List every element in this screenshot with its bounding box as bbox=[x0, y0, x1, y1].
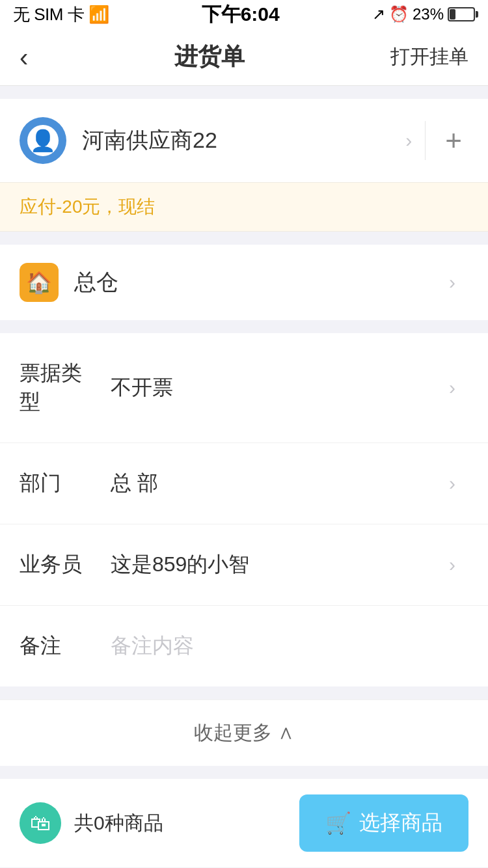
staff-chevron-icon: › bbox=[449, 554, 455, 576]
avatar-inner: 👤 bbox=[27, 125, 59, 156]
open-pending-button[interactable]: 打开挂单 bbox=[390, 44, 468, 70]
invoice-label: 票据类型 bbox=[20, 359, 98, 416]
form-section: 票据类型 不开票 › 部门 总 部 › 业务员 这是859的小智 › 备注 备注… bbox=[0, 333, 488, 686]
person-icon: 👤 bbox=[30, 128, 56, 153]
divider bbox=[425, 121, 426, 160]
alarm-icon: ⏰ bbox=[389, 5, 409, 23]
warehouse-name: 总仓 bbox=[74, 267, 449, 297]
warehouse-section: 🏠 总仓 › bbox=[0, 245, 488, 320]
staff-label: 业务员 bbox=[20, 550, 98, 579]
status-time: 下午6:04 bbox=[202, 1, 280, 28]
warehouse-chevron-icon: › bbox=[449, 271, 455, 293]
page-title: 进货单 bbox=[174, 41, 245, 73]
supplier-chevron-icon: › bbox=[405, 129, 412, 152]
note-row[interactable]: 备注 备注内容 bbox=[0, 606, 488, 686]
back-button[interactable]: ‹ bbox=[20, 44, 28, 70]
notice-bar: 应付-20元，现结 bbox=[0, 182, 488, 232]
collapse-bar[interactable]: 收起更多 ∧ bbox=[0, 699, 488, 766]
warehouse-row[interactable]: 🏠 总仓 › bbox=[0, 245, 488, 320]
select-product-button[interactable]: 🛒 选择商品 bbox=[299, 794, 468, 852]
add-supplier-button[interactable]: + bbox=[439, 124, 468, 157]
dept-row[interactable]: 部门 总 部 › bbox=[0, 443, 488, 524]
supplier-row[interactable]: 👤 河南供应商22 › + bbox=[0, 99, 488, 182]
collapse-label: 收起更多 ∧ bbox=[194, 720, 293, 746]
content: 👤 河南供应商22 › + 应付-20元，现结 🏠 总仓 › 票据类型 不开票 … bbox=[0, 99, 488, 868]
staff-value: 这是859的小智 bbox=[111, 550, 449, 579]
invoice-row[interactable]: 票据类型 不开票 › bbox=[0, 333, 488, 443]
supplier-section: 👤 河南供应商22 › + 应付-20元，现结 bbox=[0, 99, 488, 232]
status-bar: 无 SIM 卡 📶 下午6:04 ↗ ⏰ 23% bbox=[0, 0, 488, 29]
nav-bar: ‹ 进货单 打开挂单 bbox=[0, 29, 488, 86]
location-icon: ↗ bbox=[372, 5, 385, 23]
battery-percent: 23% bbox=[413, 5, 444, 23]
staff-row[interactable]: 业务员 这是859的小智 › bbox=[0, 524, 488, 606]
status-right: ↗ ⏰ 23% bbox=[372, 5, 475, 23]
supplier-name: 河南供应商22 bbox=[82, 126, 405, 156]
warehouse-icon: 🏠 bbox=[20, 263, 59, 302]
product-count: 共0种商品 bbox=[74, 810, 286, 837]
select-label: 选择商品 bbox=[359, 809, 442, 837]
battery-icon bbox=[448, 7, 475, 21]
note-label: 备注 bbox=[20, 632, 98, 660]
cart-small-icon: 🛍 bbox=[30, 811, 51, 835]
product-icon: 🛍 bbox=[20, 802, 61, 844]
dept-label: 部门 bbox=[20, 469, 98, 498]
bottom-bar: 🛍 共0种商品 🛒 选择商品 bbox=[0, 779, 488, 867]
dept-chevron-icon: › bbox=[449, 472, 455, 495]
select-icon: 🛒 bbox=[325, 811, 351, 835]
notice-text: 应付-20元，现结 bbox=[20, 197, 155, 217]
supplier-avatar: 👤 bbox=[20, 117, 66, 164]
invoice-value: 不开票 bbox=[111, 373, 449, 402]
invoice-chevron-icon: › bbox=[449, 377, 455, 399]
note-placeholder: 备注内容 bbox=[111, 632, 468, 660]
status-signal: 无 SIM 卡 📶 bbox=[13, 3, 109, 26]
dept-value: 总 部 bbox=[111, 469, 449, 498]
